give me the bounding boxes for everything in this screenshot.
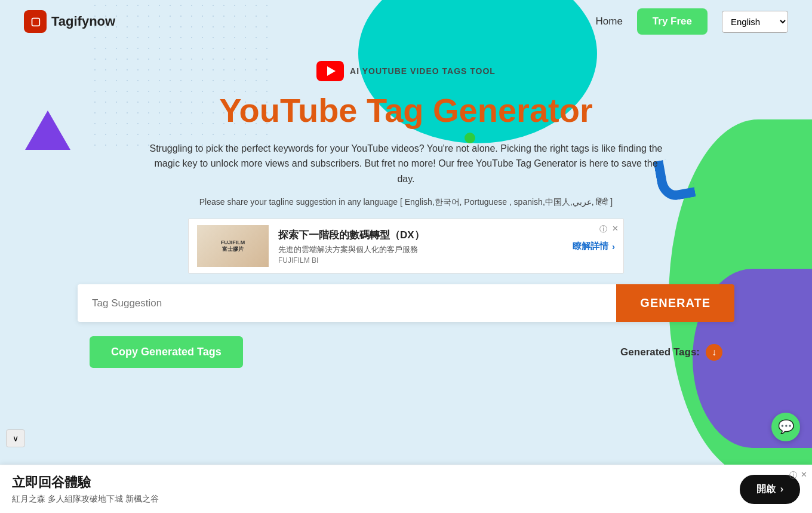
hero-subtitle: Struggling to pick the perfect keywords … (149, 141, 663, 187)
bottom-ad-chevron-icon: › (780, 484, 783, 494)
bottom-ad-close-icon[interactable]: ✕ (801, 470, 807, 481)
youtube-play-icon (316, 61, 344, 81)
logo-icon: ▢ (24, 10, 47, 33)
yt-label: AI YOUTUBE VIDEO TAGS TOOL (316, 61, 496, 81)
nav-home-link[interactable]: Home (595, 16, 622, 27)
tagline-note: Please share your tagline suggestion in … (12, 197, 800, 208)
ad-image-inner: FUJIFILM富士膠片 (197, 225, 269, 267)
bottom-ad-title: 立即回谷體驗 (12, 474, 740, 492)
ad-banner: FUJIFILM富士膠片 探索下一階段的數碼轉型（DX） 先進的雲端解決方案與個… (188, 219, 624, 274)
ad-info-icon[interactable]: ⓘ (599, 224, 607, 235)
input-area: GENERATE (78, 284, 734, 322)
bottom-ad-banner: 立即回谷體驗 紅月之森 多人組隊攻破地下城 新楓之谷 開啟 › ⓘ ✕ (0, 465, 812, 513)
ad-close-icon[interactable]: ✕ (612, 224, 619, 235)
ad-close-area: ⓘ ✕ (599, 224, 619, 235)
ad-title: 探索下一階段的數碼轉型（DX） (278, 228, 563, 242)
copy-generated-tags-button[interactable]: Copy Generated Tags (90, 336, 243, 368)
page-title: YouTube Tag Generator (12, 92, 800, 129)
ad-chevron-right-icon: › (612, 241, 615, 251)
generated-tags-label: Generated Tags: ↓ (620, 344, 722, 361)
chat-bubble-button[interactable]: 💬 (771, 413, 800, 441)
header: ▢ Tagifynow Home Try Free English Españo… (0, 0, 812, 43)
ad-brand: FUJIFILM BI (278, 256, 563, 265)
main-content: AI YOUTUBE VIDEO TAGS TOOL YouTube Tag G… (0, 43, 812, 368)
bottom-ad-action-label: 開啟 (756, 483, 776, 496)
logo-text: Tagifynow (51, 14, 115, 29)
generated-tags-text: Generated Tags: (620, 346, 700, 358)
ad-image: FUJIFILM富士膠片 (197, 225, 269, 267)
language-select[interactable]: English Español Português 中文 عربي 한국어 (722, 11, 788, 33)
bottom-ad-text: 立即回谷體驗 紅月之森 多人組隊攻破地下城 新楓之谷 (12, 474, 740, 505)
tag-suggestion-input[interactable] (78, 284, 616, 322)
collapse-button[interactable]: ∨ (6, 429, 25, 447)
ad-action-label: 瞭解詳情 (573, 241, 608, 252)
actions-area: Copy Generated Tags Generated Tags: ↓ (78, 336, 734, 368)
header-right: Home Try Free English Español Português … (595, 8, 788, 35)
bottom-ad-info-icon[interactable]: ⓘ (789, 470, 797, 481)
ad-subtitle: 先進的雲端解決方案與個人化的客戶服務 (278, 244, 563, 255)
yt-label-text: AI YOUTUBE VIDEO TAGS TOOL (350, 66, 496, 76)
bottom-ad-subtitle: 紅月之森 多人組隊攻破地下城 新楓之谷 (12, 494, 740, 505)
ad-action-button[interactable]: 瞭解詳情 › (573, 241, 615, 252)
try-free-button[interactable]: Try Free (637, 8, 708, 35)
generate-button[interactable]: GENERATE (616, 284, 734, 322)
logo[interactable]: ▢ Tagifynow (24, 10, 115, 33)
ad-text: 探索下一階段的數碼轉型（DX） 先進的雲端解決方案與個人化的客戶服務 FUJIF… (278, 228, 563, 265)
bottom-ad-close-area: ⓘ ✕ (789, 470, 807, 481)
chat-icon: 💬 (778, 419, 794, 435)
arrow-down-symbol: ↓ (712, 347, 716, 358)
down-arrow-icon: ↓ (706, 344, 722, 361)
collapse-icon: ∨ (13, 434, 19, 443)
